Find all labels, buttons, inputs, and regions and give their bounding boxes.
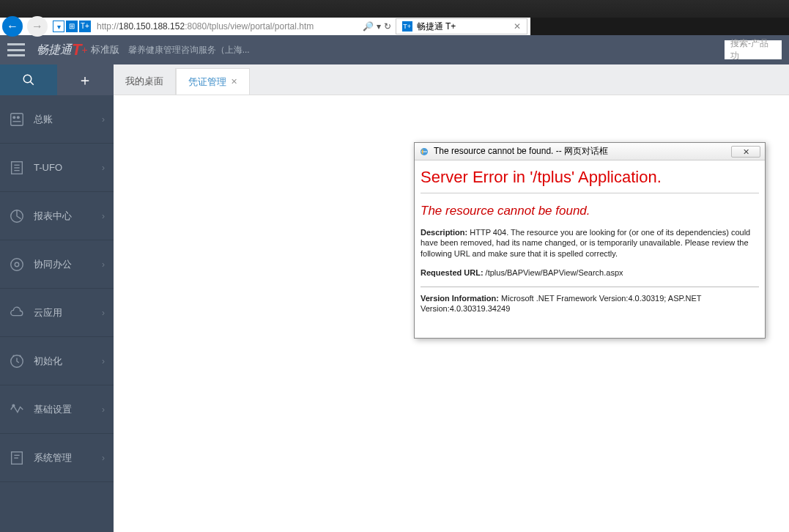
error-divider bbox=[421, 287, 759, 287]
search-dropdown-icon[interactable]: 🔎 ▾ bbox=[363, 21, 380, 32]
description-label: Description: bbox=[421, 228, 467, 237]
tab-label: 凭证管理 bbox=[188, 75, 226, 89]
url-scheme: http:// bbox=[97, 21, 119, 32]
chevron-right-icon: › bbox=[102, 308, 105, 318]
version-label: Version Information: bbox=[421, 294, 499, 303]
init-icon bbox=[9, 353, 25, 369]
error-subheading: The resource cannot be found. bbox=[421, 204, 759, 218]
site-favicon: T+ bbox=[79, 21, 91, 32]
hamburger-menu-icon[interactable] bbox=[7, 43, 25, 56]
svg-point-14 bbox=[12, 404, 15, 407]
report-icon bbox=[9, 160, 25, 176]
svg-point-0 bbox=[23, 75, 32, 83]
sidebar-add-button[interactable]: ＋ bbox=[57, 64, 114, 95]
address-bar-buttons: 🔎 ▾ ↻ bbox=[363, 21, 390, 32]
collab-icon bbox=[9, 256, 25, 273]
chevron-right-icon: › bbox=[102, 404, 105, 415]
content-tabs: 我的桌面凭证管理✕ bbox=[114, 64, 789, 95]
content-tab[interactable]: 凭证管理✕ bbox=[176, 68, 250, 95]
sidebar-item-label: 云应用 bbox=[34, 306, 62, 319]
dialog-body: Server Error in '/tplus' Application. Th… bbox=[415, 160, 765, 338]
dialog-titlebar[interactable]: The resource cannot be found. -- 网页对话框 ✕ bbox=[415, 143, 765, 160]
sidebar-item-label: 总账 bbox=[34, 113, 53, 126]
sidebar-item-settings[interactable]: 基础设置› bbox=[0, 385, 114, 434]
description-text: HTTP 404. The resource you are looking f… bbox=[421, 228, 750, 258]
error-description: Description: HTTP 404. The resource you … bbox=[421, 227, 759, 259]
url-path: /tplus/view/portal/portal.htm bbox=[207, 21, 314, 32]
address-bar[interactable]: http://180.150.188.152:8080/tplus/view/p… bbox=[94, 21, 358, 32]
error-heading: Server Error in '/tplus' Application. bbox=[421, 168, 759, 187]
browser-tab[interactable]: T+ 畅捷通 T+ ✕ bbox=[396, 18, 527, 34]
sidebar-item-init[interactable]: 初始化› bbox=[0, 337, 114, 385]
ledger-icon bbox=[9, 111, 25, 128]
chevron-right-icon: › bbox=[102, 356, 105, 366]
company-name: 馨养健康管理咨询服务（上海... bbox=[128, 44, 250, 56]
chevron-right-icon: › bbox=[102, 453, 105, 463]
tab-favicon: T+ bbox=[402, 21, 412, 32]
search-input[interactable]: 搜索-产品功 bbox=[725, 40, 782, 59]
sidebar-item-label: 协同办公 bbox=[34, 258, 72, 271]
brand-logo-plus: + bbox=[81, 44, 87, 56]
browser-forward-button[interactable]: → bbox=[27, 16, 48, 37]
requested-url-text: /tplus/BAPView/BAPView/Search.aspx bbox=[484, 268, 623, 277]
security-icon[interactable]: ▾ bbox=[53, 21, 64, 32]
browser-tab-close-icon[interactable]: ✕ bbox=[514, 21, 521, 32]
browser-tab-title: 畅捷通 T+ bbox=[417, 21, 456, 33]
chart-icon bbox=[9, 208, 25, 224]
requested-url-label: Requested URL: bbox=[421, 268, 484, 277]
svg-line-1 bbox=[30, 81, 34, 85]
compat-icon[interactable]: ⊞ bbox=[66, 21, 78, 32]
sidebar-item-label: 系统管理 bbox=[34, 451, 72, 465]
error-dialog: The resource cannot be found. -- 网页对话框 ✕… bbox=[414, 142, 766, 339]
refresh-icon[interactable]: ↻ bbox=[384, 21, 391, 32]
dialog-title-text: The resource cannot be found. -- 网页对话框 bbox=[434, 145, 608, 158]
browser-chrome: ← → ▾ ⊞ T+ http://180.150.188.152:8080/t… bbox=[0, 0, 789, 35]
chevron-right-icon: › bbox=[102, 211, 105, 221]
chevron-right-icon: › bbox=[102, 163, 105, 173]
sidebar-item-label: 报表中心 bbox=[34, 210, 72, 223]
error-version-info: Version Information: Microsoft .NET Fram… bbox=[421, 293, 759, 314]
sidebar-item-chart[interactable]: 报表中心› bbox=[0, 192, 114, 240]
url-host: 180.150.188.152 bbox=[119, 21, 185, 32]
tab-close-icon[interactable]: ✕ bbox=[231, 77, 237, 86]
sidebar-top-buttons: ＋ bbox=[0, 64, 114, 95]
sidebar-item-ledger[interactable]: 总账› bbox=[0, 95, 114, 144]
error-hr bbox=[421, 193, 759, 193]
cloud-icon bbox=[9, 305, 25, 321]
browser-back-button[interactable]: ← bbox=[2, 16, 23, 37]
error-requested-url: Requested URL: /tplus/BAPView/BAPView/Se… bbox=[421, 267, 759, 278]
sidebar-item-system[interactable]: 系统管理› bbox=[0, 434, 114, 482]
svg-point-4 bbox=[17, 116, 19, 118]
url-port: :8080 bbox=[185, 21, 207, 32]
svg-point-11 bbox=[11, 258, 23, 270]
sidebar-item-label: 初始化 bbox=[34, 355, 62, 368]
brand-name: 畅捷通 bbox=[37, 43, 72, 58]
search-icon bbox=[22, 73, 35, 86]
content-tab[interactable]: 我的桌面 bbox=[114, 68, 176, 95]
system-icon bbox=[9, 450, 25, 466]
settings-icon bbox=[9, 402, 25, 418]
sidebar-item-report[interactable]: T-UFO› bbox=[0, 144, 114, 192]
app-header: 畅捷通 T + 标准版 馨养健康管理咨询服务（上海... 搜索-产品功 bbox=[0, 35, 789, 64]
edition-label: 标准版 bbox=[91, 43, 119, 56]
chevron-right-icon: › bbox=[102, 259, 105, 270]
address-bar-icons: ▾ ⊞ T+ bbox=[53, 21, 91, 32]
svg-point-3 bbox=[13, 116, 15, 118]
sidebar-item-collab[interactable]: 协同办公› bbox=[0, 240, 114, 289]
sidebar-item-label: T-UFO bbox=[34, 162, 62, 173]
svg-rect-2 bbox=[11, 113, 23, 125]
dialog-close-button[interactable]: ✕ bbox=[731, 146, 760, 158]
brand-logo-t: T bbox=[72, 40, 81, 59]
ie-favicon bbox=[419, 147, 429, 157]
chevron-right-icon: › bbox=[102, 114, 105, 125]
sidebar-item-label: 基础设置 bbox=[34, 403, 72, 416]
sidebar-item-cloud[interactable]: 云应用› bbox=[0, 289, 114, 337]
sidebar-search-button[interactable] bbox=[0, 64, 57, 95]
browser-nav-bar: ← → ▾ ⊞ T+ http://180.150.188.152:8080/t… bbox=[0, 18, 789, 35]
svg-point-12 bbox=[15, 262, 19, 267]
tab-label: 我的桌面 bbox=[125, 75, 163, 88]
sidebar: ＋ 总账›T-UFO›报表中心›协同办公›云应用›初始化›基础设置›系统管理› bbox=[0, 64, 114, 532]
